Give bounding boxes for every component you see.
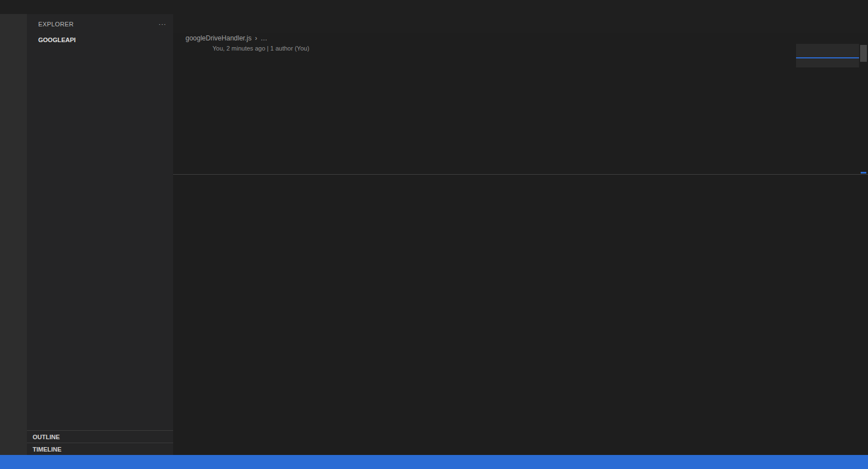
overview-ruler-mark-blue xyxy=(861,172,866,174)
outline-label: OUTLINE xyxy=(33,434,60,440)
codelens-blame[interactable]: You, 2 minutes ago | 1 author (You) xyxy=(173,44,868,53)
breadcrumb[interactable]: googleDriveHandler.js › … xyxy=(173,33,868,44)
editor-scrollbar[interactable] xyxy=(859,44,868,174)
activity-bar xyxy=(0,14,27,455)
bottom-panel xyxy=(173,174,868,455)
scrollbar-thumb[interactable] xyxy=(860,45,867,62)
workbench: EXPLORER ··· GOOGLEAPI OUTLINE TIMELINE xyxy=(0,14,868,455)
timeline-section[interactable]: TIMELINE xyxy=(27,443,173,455)
panel-header xyxy=(173,175,868,193)
editor-area: googleDriveHandler.js › … You, 2 minutes… xyxy=(173,14,868,455)
breadcrumb-file[interactable]: googleDriveHandler.js xyxy=(186,34,251,42)
file-tree-empty-space xyxy=(27,46,173,430)
explorer-more-icon[interactable]: ··· xyxy=(159,21,166,28)
breadcrumb-more[interactable]: … xyxy=(260,34,267,42)
vscode-window: EXPLORER ··· GOOGLEAPI OUTLINE TIMELINE xyxy=(0,0,868,469)
tab-bar xyxy=(173,14,868,33)
outline-section[interactable]: OUTLINE xyxy=(27,430,173,443)
explorer-header: EXPLORER ··· xyxy=(27,14,173,34)
timeline-label: TIMELINE xyxy=(33,446,61,453)
breadcrumb-separator-icon: › xyxy=(255,34,257,42)
status-bar xyxy=(0,455,868,469)
minimap[interactable] xyxy=(796,44,859,174)
explorer-sidebar: EXPLORER ··· GOOGLEAPI OUTLINE TIMELINE xyxy=(27,14,173,455)
explorer-title: EXPLORER xyxy=(38,21,74,28)
folder-section-header[interactable]: GOOGLEAPI xyxy=(27,34,173,46)
workspace-folder-name: GOOGLEAPI xyxy=(38,37,76,43)
menu-bar xyxy=(0,0,868,14)
code-editor[interactable]: You, 2 minutes ago | 1 author (You) xyxy=(173,44,868,174)
terminal[interactable] xyxy=(173,193,868,455)
minimap-slider[interactable] xyxy=(796,44,859,67)
minimap-current-line-mark xyxy=(796,57,859,58)
